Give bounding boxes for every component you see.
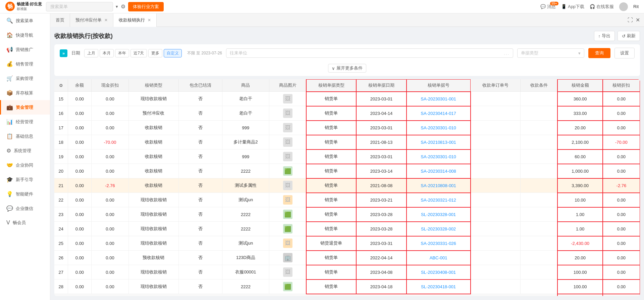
tab-prepayment[interactable]: 预付冲应付单 ✕ [70, 13, 113, 27]
export-button[interactable]: ↑ 导出 [594, 31, 615, 41]
tab-prepayment-close-icon[interactable]: ✕ [104, 18, 108, 23]
cell-balance: 0.00 [68, 121, 92, 135]
verification-no-link[interactable]: SA-20230414-017 [421, 111, 456, 116]
close-window-icon[interactable]: ✕ [636, 17, 640, 23]
cell-receipt-terms [521, 164, 557, 178]
cell-id: 19 [54, 149, 68, 164]
sidebar-item-sales[interactable]: 💰 销售管理 [0, 57, 50, 71]
system-icon: ⚙ [6, 147, 11, 154]
cell-include-settled: 否 [178, 280, 222, 294]
voucher-type-select[interactable]: 单据类型 ▾ [517, 48, 584, 58]
verification-no-link[interactable]: SA-20230321-012 [421, 198, 456, 203]
cell-verification-voucher-type: 销货单 [306, 251, 356, 265]
cell-verification-no[interactable]: SL-20230328-002 [407, 222, 471, 236]
sidebar-item-wechat[interactable]: 💬 企业微信 [0, 201, 50, 216]
cell-verification-no[interactable]: SA-20230301-010 [407, 149, 471, 164]
verification-no-link[interactable]: SA-20230301-001 [421, 96, 456, 101]
cell-id: 27 [54, 265, 68, 280]
sidebar-item-purchase[interactable]: 🛒 采购管理 [0, 71, 50, 86]
cell-verification-no[interactable]: SA-20210808-001 [407, 178, 471, 193]
sidebar-item-finance[interactable]: 💼 资金管理 [0, 100, 50, 115]
cell-receipt-terms [521, 178, 557, 193]
query-button[interactable]: 查询 [588, 48, 610, 58]
verification-no-link[interactable]: SL-20230418-001 [421, 284, 456, 289]
sidebar-item-basic-info[interactable]: 📋 基础信息 [0, 129, 50, 143]
cell-verification-no[interactable]: SA-20230301-010 [407, 121, 471, 135]
verification-no-link[interactable]: ABC-001 [430, 255, 447, 260]
cell-receipt-terms [521, 149, 557, 164]
cell-receipt-order-no [471, 121, 521, 135]
user-avatar[interactable] [619, 2, 628, 11]
sidebar-label-purchase: 采购管理 [16, 76, 33, 82]
messages-button[interactable]: 💬 消息 99+ [540, 4, 556, 10]
cell-goods: 2222 [222, 207, 269, 222]
verification-no-link[interactable]: SA-20230301-010 [421, 125, 456, 130]
cell-verification-no[interactable]: SA-20230331-026 [407, 236, 471, 251]
expand-arrow-button[interactable]: » [60, 49, 67, 57]
expand-more-button[interactable]: ∨ 展开更多条件 [328, 64, 366, 73]
date-btn-this-month[interactable]: 本月 [100, 49, 114, 57]
page-title: 收款核销执行(按收款) [54, 32, 113, 40]
voucher-type-placeholder: 单据类型 [521, 50, 538, 56]
verification-no-link[interactable]: SA-20230314-008 [421, 169, 456, 174]
verification-no-link[interactable]: SA-20230301-010 [421, 154, 456, 159]
guide-icon: 🎓 [6, 176, 13, 183]
cell-receipt-terms [521, 193, 557, 207]
tab-home[interactable]: 首页 [50, 13, 70, 27]
online-support-button[interactable]: 🎧 在线客服 [590, 4, 614, 10]
verification-no-link[interactable]: SL-20230328-001 [421, 212, 456, 217]
cell-verification-date: 2023-04-18 [356, 280, 406, 294]
cell-verification-no[interactable]: SA-20230314-008 [407, 164, 471, 178]
cell-verification-discount: 0.00 [603, 121, 640, 135]
cell-verification-no[interactable]: SA-20230301-001 [407, 92, 471, 106]
cell-cash-discount: 0.00 [92, 222, 128, 236]
date-btn-this-year[interactable]: 本年 [115, 49, 129, 57]
date-btn-custom[interactable]: 自定义 [164, 49, 182, 57]
sidebar-item-system[interactable]: ⚙ 系统管理 [0, 143, 50, 158]
operations-icon: 📊 [6, 119, 13, 125]
inventory-icon: 📦 [6, 90, 13, 96]
verification-no-link[interactable]: SA-20230331-026 [421, 241, 456, 246]
industry-solution-button[interactable]: 体验行业方案 [128, 2, 164, 11]
cell-id: 26 [54, 251, 68, 265]
cell-verification-no[interactable]: SL-20230418-001 [407, 280, 471, 294]
settings-gear-icon[interactable]: ⚙ [121, 3, 125, 10]
app-download-button[interactable]: 📱 App下载 [561, 4, 584, 10]
sidebar-item-hardware[interactable]: 💡 智能硬件 [0, 187, 50, 201]
date-btn-last-month[interactable]: 上月 [84, 49, 98, 57]
cell-goods: 多计量商品2 [222, 135, 269, 149]
col-header-gear[interactable]: ⚙ [54, 79, 68, 92]
date-btn-more[interactable]: 更多 [148, 49, 162, 57]
sidebar-item-operations[interactable]: 📊 经营管理 [0, 115, 50, 129]
table-summary-row: 40,556,66... 952.24 [54, 294, 640, 296]
verification-no-link[interactable]: SL-20230408-001 [421, 270, 456, 275]
sidebar-item-collaboration[interactable]: 🤝 企业协同 [0, 158, 50, 172]
table-row: 16 0.00 0.00 预付冲应收 否 老白干 🖼 销货单 2023-04-1… [54, 106, 640, 121]
table-row: 21 0.00 -2.76 收款核销 否 测试多属性 🖼 销货单 2021-08… [54, 178, 640, 193]
sidebar-item-marketing[interactable]: 📢 营销推广 [0, 42, 50, 57]
sidebar-item-quicknav[interactable]: 🏠 快捷导航 [0, 28, 50, 42]
cell-verification-no[interactable]: SA-20210813-001 [407, 135, 471, 149]
cell-verification-no[interactable]: SA-20230414-017 [407, 106, 471, 121]
cell-verification-date: 2023-03-21 [356, 193, 406, 207]
cell-verification-date: 2023-03-28 [356, 222, 406, 236]
cell-verification-no[interactable]: SA-20230321-012 [407, 193, 471, 207]
sidebar-item-search[interactable]: 🔍 搜索菜单 [0, 13, 50, 28]
verification-no-link[interactable]: SA-20210813-001 [421, 140, 456, 145]
verification-no-link[interactable]: SL-20230328-002 [421, 226, 456, 231]
date-btn-7days[interactable]: 近7天 [130, 49, 147, 57]
sidebar-item-guide[interactable]: 🎓 新手引导 [0, 172, 50, 187]
sidebar-item-inventory[interactable]: 📦 库存核算 [0, 86, 50, 100]
filter-setting-button[interactable]: 设置 [614, 48, 635, 58]
tab-verification[interactable]: 收款核销执行 ✕ [113, 13, 157, 27]
cell-verification-no[interactable]: ABC-001 [407, 251, 471, 265]
refresh-button[interactable]: ↺ 刷新 [618, 31, 640, 41]
dropdown-button[interactable]: ▾ [116, 4, 118, 9]
cell-verification-no[interactable]: SL-20230408-001 [407, 265, 471, 280]
tab-verification-close-icon[interactable]: ✕ [148, 18, 151, 23]
from-unit-input[interactable]: 往来单位 ... [226, 48, 513, 58]
sidebar-item-member[interactable]: V 畅会员 [0, 216, 50, 230]
verification-no-link[interactable]: SA-20210808-001 [421, 183, 456, 188]
maximize-icon[interactable]: ⛶ [628, 17, 633, 23]
cell-verification-no[interactable]: SL-20230328-001 [407, 207, 471, 222]
